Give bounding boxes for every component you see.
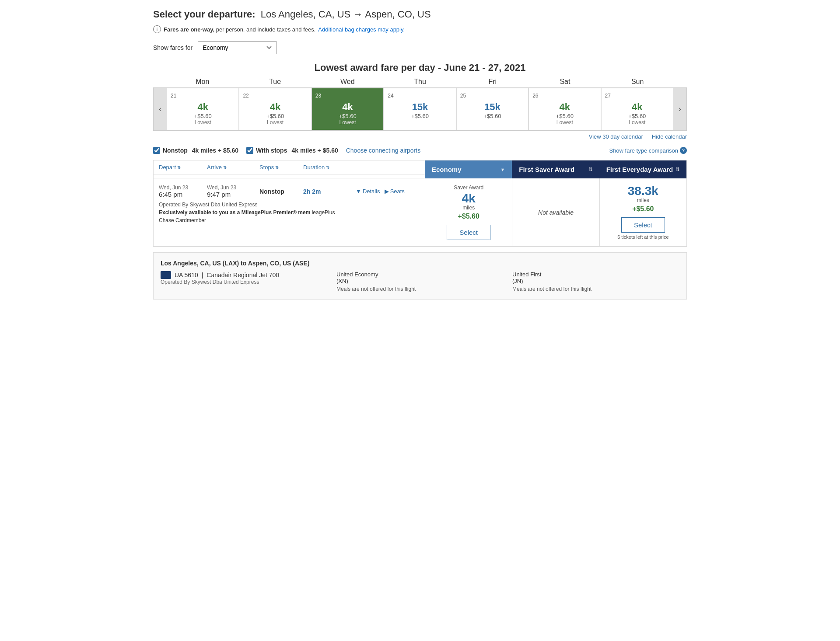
fare-miles-economy: 4k	[462, 192, 476, 205]
calendar-links: View 30 day calendar Hide calendar	[153, 133, 687, 140]
with-stops-miles: 4k miles + $5.60	[291, 147, 338, 154]
fare-selector-dropdown[interactable]: Economy Business First	[198, 41, 276, 54]
calendar-cell-27[interactable]: 27 4k +$5.60 Lowest	[601, 88, 673, 130]
duration-info: 2h 2m	[303, 188, 356, 195]
flight-detail-box: Los Angeles, CA, US (LAX) to Aspen, CO, …	[153, 252, 687, 300]
cabin-name-first: United First (JN)	[512, 271, 679, 284]
fare-cell-first-everyday: 38.3k miles +$5.60 Select 6 tickets left…	[599, 178, 686, 246]
calendar-section: Lowest award fare per day - June 21 - 27…	[153, 62, 687, 140]
depart-info: Wed, Jun 23 6:45 pm	[159, 185, 207, 198]
info-icon: i	[153, 25, 161, 33]
cabin-name-economy: United Economy (XN)	[336, 271, 504, 284]
seats-arrow: ▶	[385, 188, 389, 195]
day-mon: Mon	[166, 78, 239, 86]
with-stops-checkbox[interactable]	[246, 147, 253, 154]
fare-fee-first-everyday: +$5.60	[632, 205, 654, 213]
view-30-day-link[interactable]: View 30 day calendar	[589, 133, 643, 140]
help-icon: ?	[680, 147, 687, 154]
stops-sort-icon: ⇅	[275, 165, 279, 170]
fare-fee-economy: +$5.60	[458, 213, 479, 220]
detail-route: Los Angeles, CA, US (LAX) to Aspen, CO, …	[161, 260, 679, 267]
flight-info-col: Wed, Jun 23 6:45 pm Wed, Jun 23 9:47 pm …	[154, 178, 425, 246]
fare-cell-first-saver: Not available	[512, 178, 599, 246]
fare-header-first-saver: First Saver Award ⇅	[512, 160, 599, 178]
nonstop-checkbox[interactable]	[153, 147, 160, 154]
airline-logo	[161, 271, 171, 279]
depart-time: 6:45 pm	[159, 191, 207, 198]
details-link[interactable]: ▼ Details	[356, 188, 380, 195]
first-everyday-sort-arrow: ⇅	[676, 167, 679, 172]
calendar-next-button[interactable]: ›	[673, 88, 686, 130]
fare-selector-row: Show fares for Economy Business First	[153, 41, 687, 54]
fare-miles-unit-economy: miles	[462, 205, 475, 211]
stops-info: Nonstop	[259, 188, 303, 195]
duration-sort-icon: ⇅	[326, 165, 329, 170]
choose-connecting-airports-link[interactable]: Choose connecting airports	[346, 147, 420, 154]
first-saver-sort-arrow: ⇅	[588, 167, 592, 172]
economy-sort-arrow: ▼	[500, 167, 505, 172]
arrive-time: 9:47 pm	[207, 191, 259, 198]
flight-actions: ▼ Details ▶ Seats	[356, 188, 408, 195]
detail-airline: UA 5610 | Canadair Regional Jet 700	[161, 271, 328, 279]
tickets-left: 6 tickets left at this price	[617, 234, 668, 240]
exclusive-text: Exclusively available to you as a Mileag…	[159, 209, 420, 216]
detail-flight-info: UA 5610 | Canadair Regional Jet 700 Oper…	[161, 271, 328, 292]
fare-cell-economy: Saver Award 4k miles +$5.60 Select	[425, 178, 512, 246]
calendar-days-header: Mon Tue Wed Thu Fri Sat Sun	[153, 78, 687, 86]
fare-header-economy: Economy ▼	[425, 160, 512, 178]
flight-cols-header: Depart ⇅ Arrive ⇅ Stops ⇅ Duration ⇅	[154, 160, 425, 174]
day-sun: Sun	[601, 78, 674, 86]
detail-cabin-economy: United Economy (XN) Meals are not offere…	[336, 271, 504, 292]
fare-header-empty: Depart ⇅ Arrive ⇅ Stops ⇅ Duration ⇅	[154, 160, 425, 178]
calendar-title: Lowest award fare per day - June 21 - 27…	[153, 62, 687, 73]
day-tue: Tue	[239, 78, 312, 86]
calendar-cell-21[interactable]: 21 4k +$5.60 Lowest	[167, 88, 239, 130]
with-stops-filter: With stops	[246, 147, 287, 154]
col-arrive[interactable]: Arrive ⇅	[207, 164, 259, 171]
calendar-cell-26[interactable]: 26 4k +$5.60 Lowest	[528, 88, 601, 130]
day-wed: Wed	[311, 78, 384, 86]
fare-miles-unit-first-everyday: miles	[637, 197, 649, 203]
calendar-prev-button[interactable]: ‹	[154, 88, 167, 130]
nonstop-miles: 4k miles + $5.60	[192, 147, 238, 154]
fares-info: i Fares are one-way, per person, and inc…	[153, 25, 687, 33]
fare-header-first-everyday: First Everyday Award ⇅	[599, 160, 686, 178]
arrive-date: Wed, Jun 23	[207, 185, 259, 191]
col-stops[interactable]: Stops ⇅	[259, 164, 303, 171]
calendar-cell-25[interactable]: 25 15k +$5.60	[456, 88, 528, 130]
detail-grid: UA 5610 | Canadair Regional Jet 700 Oper…	[161, 271, 679, 292]
day-sat: Sat	[529, 78, 602, 86]
fare-miles-first-everyday: 38.3k	[628, 185, 658, 197]
hide-calendar-link[interactable]: Hide calendar	[652, 133, 687, 140]
fare-selector-label: Show fares for	[153, 44, 192, 51]
depart-sort-icon: ⇅	[177, 165, 181, 170]
flight-top: Wed, Jun 23 6:45 pm Wed, Jun 23 9:47 pm …	[159, 185, 420, 198]
arrive-info: Wed, Jun 23 9:47 pm	[207, 185, 259, 198]
cabin-meals-first: Meals are not offered for this flight	[512, 286, 679, 292]
calendar-cell-22[interactable]: 22 4k +$5.60 Lowest	[239, 88, 311, 130]
operated-by: Operated By Skywest Dba United Express	[159, 202, 420, 208]
calendar-cell-24[interactable]: 24 15k +$5.60	[384, 88, 456, 130]
col-duration[interactable]: Duration ⇅	[303, 164, 356, 171]
day-thu: Thu	[384, 78, 456, 86]
select-button-first-everyday[interactable]: Select	[621, 217, 665, 233]
details-arrow: ▼	[356, 188, 361, 195]
calendar-grid: ‹ 21 4k +$5.60 Lowest 22 4k +$5.60 Lowes…	[153, 87, 687, 131]
not-available-first-saver: Not available	[538, 209, 574, 216]
bag-charges-link[interactable]: Additional bag charges may apply.	[318, 26, 405, 33]
detail-cabin-first: United First (JN) Meals are not offered …	[512, 271, 679, 292]
arrive-sort-icon: ⇅	[223, 165, 227, 170]
show-fare-type-link[interactable]: Show fare type comparison ?	[609, 147, 687, 154]
col-depart[interactable]: Depart ⇅	[159, 164, 207, 171]
page-title: Select your departure: Los Angeles, CA, …	[153, 9, 687, 20]
seats-link[interactable]: ▶ Seats	[385, 188, 405, 195]
nonstop-label: Nonstop	[163, 147, 188, 154]
select-button-economy[interactable]: Select	[447, 225, 490, 240]
fare-label-economy: Saver Award	[454, 185, 483, 191]
flight-table: Depart ⇅ Arrive ⇅ Stops ⇅ Duration ⇅	[153, 160, 687, 247]
chase-cardmember: Chase Cardmember	[159, 217, 420, 223]
nonstop-filter: Nonstop	[153, 147, 188, 154]
fare-header-row: Depart ⇅ Arrive ⇅ Stops ⇅ Duration ⇅	[154, 160, 686, 178]
detail-operated: Operated By Skywest Dba United Express	[161, 279, 328, 285]
calendar-cell-23[interactable]: 23 4k +$5.60 Lowest	[312, 88, 384, 130]
